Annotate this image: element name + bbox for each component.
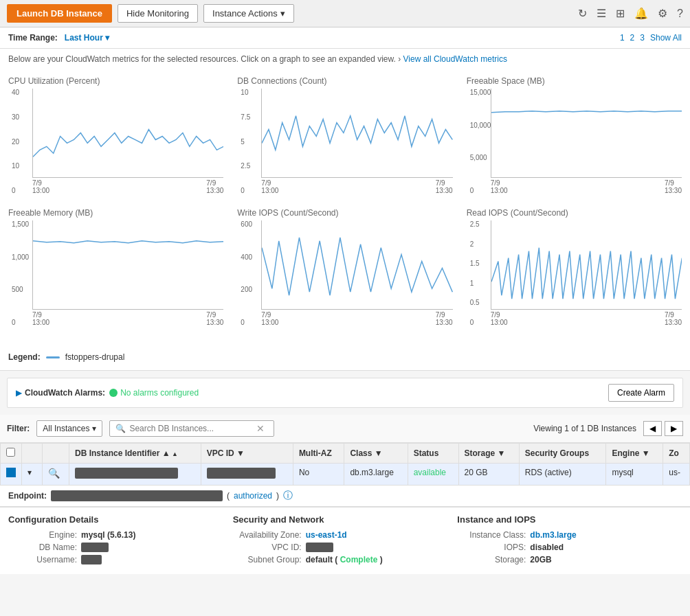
search-input[interactable] [129,424,253,433]
vpc-id-value [207,468,276,479]
config-col-left: Configuration Details Engine: mysql (5.6… [8,514,233,567]
config-iops-key: IOPS: [457,543,526,552]
vpc-filter-icon: ▼ [236,448,245,458]
config-storage-row: Storage: 20GB [457,555,668,564]
config-subnet-status: Complete [340,555,378,564]
th-db-identifier[interactable]: DB Instance Identifier ▲ [69,444,201,464]
th-storage[interactable]: Storage ▼ [458,444,519,464]
instance-actions-button[interactable]: Instance Actions ▾ [203,4,294,23]
alarms-title: CloudWatch Alarms: [25,388,105,398]
menu-icon[interactable]: ☰ [597,7,606,20]
row-class: db.m3.large [344,464,408,486]
select-all-checkbox[interactable] [6,448,15,457]
config-engine-row: Engine: mysql (5.6.13) [8,530,219,540]
hide-monitoring-button[interactable]: Hide Monitoring [118,4,198,23]
freeable-space-chart[interactable]: Freeable Space (MB) 15,00010,0005,0000 7… [467,76,682,194]
filter-bar: Filter: All Instances ▾ 🔍 ✕ Viewing 1 of… [0,415,690,443]
instance-id-value [75,468,178,479]
help-icon[interactable]: ? [677,8,683,20]
endpoint-paren-open: ( [227,491,230,501]
users-icon[interactable]: ⊞ [616,7,625,20]
fs-chart-area [491,89,682,178]
freeable-space-title: Freeable Space (MB) [467,76,682,86]
read-iops-chart[interactable]: Read IOPS (Count/Second) 2.521.510.50 7/… [467,208,682,326]
prev-page-button[interactable]: ◀ [643,421,662,436]
config-subnet-val: default ( Complete ) [306,555,383,564]
show-all-link[interactable]: Show All [650,33,682,43]
row-vpc-id[interactable] [201,464,293,486]
th-class[interactable]: Class ▼ [344,444,408,464]
write-iops-title: Write IOPS (Count/Second) [237,208,452,218]
refresh-icon[interactable]: ↻ [578,7,587,20]
page-1[interactable]: 1 [620,33,625,43]
page-3[interactable]: 3 [640,33,645,43]
info-icon[interactable]: ⓘ [283,490,293,502]
wi-x-axis: 7/913:007/913:30 [261,311,452,326]
fm-x-axis: 7/913:007/913:30 [32,311,223,326]
row-actions-cell[interactable]: 🔍 [43,464,69,486]
th-select-all[interactable] [1,444,22,464]
db-chart-area [261,89,452,178]
alarm-status-icon [109,389,118,397]
settings-icon[interactable]: ⚙ [658,7,667,20]
th-actions [43,444,69,464]
alarm-status-text: No alarms configured [120,388,199,398]
cpu-utilization-chart[interactable]: CPU Utilization (Percent) 403020100 7/91… [8,76,223,194]
view-all-metrics-link[interactable]: View all CloudWatch metrics [403,54,507,64]
config-engine-key: Engine: [8,530,77,540]
page-2[interactable]: 2 [630,33,635,43]
wi-chart-area [261,220,452,310]
time-range-select[interactable]: Last Hour ▾ [65,33,109,43]
time-range-pages: 1 2 3 Show All [620,33,682,43]
row-checkbox-blue[interactable] [6,468,16,477]
write-iops-chart[interactable]: Write IOPS (Count/Second) 6004002000 7/9… [237,208,452,326]
config-engine-val: mysql (5.6.13) [81,530,135,540]
config-subnet-row: Subnet Group: default ( Complete ) [233,555,444,564]
row-dropdown-cell[interactable]: ▾ [22,464,43,486]
config-col-middle: Security and Network Availability Zone: … [233,514,458,567]
config-iops-row: IOPS: disabled [457,543,668,552]
search-clear-icon[interactable]: ✕ [256,423,265,434]
dropdown-arrow-icon: ▾ [280,8,285,19]
freeable-memory-chart[interactable]: Freeable Memory (MB) 1,5001,0005000 7/91… [8,208,223,326]
next-page-button[interactable]: ▶ [665,421,683,436]
row-dropdown-icon[interactable]: ▾ [27,468,32,477]
config-dbname-row: DB Name: [8,543,219,552]
create-alarm-button[interactable]: Create Alarm [608,384,674,402]
config-dbname-key: DB Name: [8,543,77,552]
freeable-memory-title: Freeable Memory (MB) [8,208,223,218]
row-checkbox-cell[interactable] [1,464,22,486]
filter-select[interactable]: All Instances ▾ [36,420,102,437]
config-subnet-key: Subnet Group: [233,555,302,564]
row-storage: 20 GB [458,464,519,486]
table-row[interactable]: ▾ 🔍 No db.m3.large available 20 GB RDS (… [1,464,690,486]
config-iops-val: disabled [530,543,564,552]
status-available-badge: available [414,468,446,477]
th-zone: Zo [663,444,690,464]
db-connections-chart[interactable]: DB Connections (Count) 107.552.50 7/913:… [237,76,452,194]
ri-y-axis: 2.521.510.50 [470,220,480,326]
endpoint-row: Endpoint: ( authorized ) ⓘ [0,486,690,507]
row-details-icon[interactable]: 🔍 [48,468,60,479]
cpu-y-axis: 403020100 [12,89,19,194]
launch-db-instance-button[interactable]: Launch DB Instance [7,4,112,23]
metrics-description: Below are your CloudWatch metrics for th… [0,49,690,69]
cpu-x-axis: 7/913:007/913:30 [32,179,223,194]
toolbar-icons: ↻ ☰ ⊞ 🔔 ⚙ ? [578,7,683,20]
authorized-link[interactable]: authorized [234,491,272,501]
time-range-label: Time Range: [8,33,58,43]
metrics-desc-text: Below are your CloudWatch metrics for th… [8,54,396,64]
config-storage-val: 20GB [530,555,551,564]
th-engine[interactable]: Engine ▼ [606,444,663,464]
th-vpc-id[interactable]: VPC ID ▼ [201,444,293,464]
config-username-key: Username: [8,555,77,564]
fm-chart-area [32,220,223,310]
filter-selected-value: All Instances [43,424,89,433]
toolbar: Launch DB Instance Hide Monitoring Insta… [0,0,690,27]
config-instance-class-key: Instance Class: [457,530,526,540]
row-db-identifier[interactable] [69,464,201,486]
charts-row-2: Freeable Memory (MB) 1,5001,0005000 7/91… [8,208,682,326]
time-range-bar: Time Range: Last Hour ▾ 1 2 3 Show All [0,27,690,49]
alarms-chevron-icon: ▶ [16,388,22,398]
notifications-icon[interactable]: 🔔 [634,7,648,20]
